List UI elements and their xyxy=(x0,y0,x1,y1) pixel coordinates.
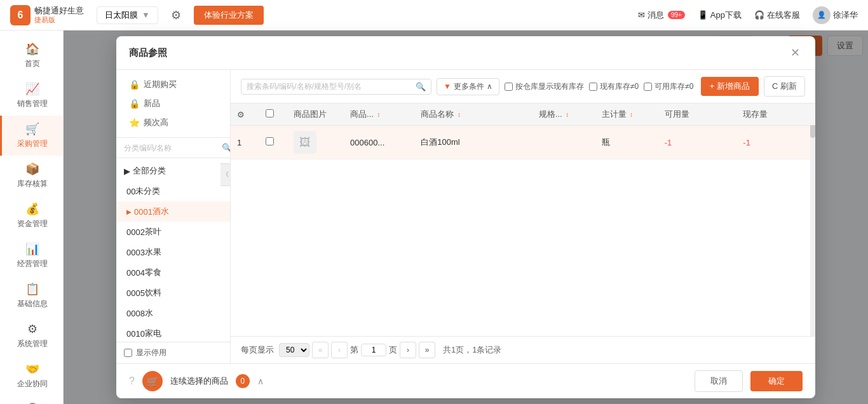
new-products[interactable]: 🔒 新品 xyxy=(124,94,222,113)
cat-item-water[interactable]: 0008 水 xyxy=(116,303,230,323)
user-menu[interactable]: 👤 徐泽华 xyxy=(813,6,858,24)
select-all-checkbox[interactable] xyxy=(266,109,274,118)
table-row[interactable]: 1 🖼 000600... 白酒100ml 瓶 xyxy=(231,126,815,159)
first-page-button[interactable]: « xyxy=(312,342,329,358)
col-checkbox[interactable] xyxy=(259,104,288,126)
stock-filter[interactable]: 现有库存≠0 xyxy=(589,81,639,92)
table-body: 1 🖼 000600... 白酒100ml 瓶 xyxy=(231,126,815,159)
sidebar-item-collab[interactable]: 🤝 企业协同 xyxy=(0,356,63,396)
last-page-button[interactable]: » xyxy=(419,342,435,358)
cat-item-appliances[interactable]: 0010 家电 xyxy=(116,323,230,342)
row-select-checkbox[interactable] xyxy=(266,137,274,145)
row-checkbox[interactable] xyxy=(259,126,288,159)
row-idx: 1 xyxy=(231,126,259,159)
sidebar-item-inventory[interactable]: 📦 库存核算 xyxy=(0,156,63,196)
category-search-icon[interactable]: 🔍 xyxy=(222,143,231,152)
usable-filter-label: 可用库存≠0 xyxy=(654,81,693,92)
store-selector[interactable]: 日太阳膜 ▼ xyxy=(97,6,158,24)
cat-all[interactable]: ▶ 全部分类 xyxy=(116,161,230,181)
cat-code-snacks: 0004 xyxy=(126,268,145,278)
online-service[interactable]: 🎧 在线客服 xyxy=(754,10,800,21)
modal-close-button[interactable]: ✕ xyxy=(787,45,803,60)
col-settings[interactable]: ⚙ xyxy=(231,104,259,126)
footer-collapse-icon[interactable]: ∧ xyxy=(257,376,264,386)
filter-button[interactable]: ▼ 更多条件 ∧ xyxy=(437,78,499,95)
cat-item-fruit[interactable]: 0003 水果 xyxy=(116,242,230,262)
col-image: 商品图片 xyxy=(287,104,344,126)
category-search-input[interactable] xyxy=(124,144,219,152)
new-label: 新品 xyxy=(144,98,160,109)
usable-checkbox[interactable] xyxy=(644,83,652,91)
cat-item-drinks[interactable]: 0005 饮料 xyxy=(116,283,230,303)
product-lookup-modal: 商品参照 ✕ 🔒 近期购买 🔒 xyxy=(116,36,815,398)
recent-purchase[interactable]: 🔒 近期购买 xyxy=(124,75,222,94)
product-pagination: 每页显示 50 « ‹ 第 1 页 › » 共1页，1条记录 xyxy=(231,336,815,363)
cat-label-spirits: 酒水 xyxy=(153,206,169,217)
col-code[interactable]: 商品... ↕ xyxy=(344,104,414,126)
col-available: 可用量 xyxy=(658,104,737,126)
sidebar-item-finance[interactable]: 💰 资金管理 xyxy=(0,196,63,236)
warehouse-checkbox[interactable] xyxy=(505,83,513,91)
cancel-button[interactable]: 取消 xyxy=(695,370,743,392)
main-layout: 🏠 首页 📈 销售管理 🛒 采购管理 📦 库存核算 💰 资金管理 📊 经营管理 … xyxy=(0,30,868,404)
usable-filter[interactable]: 可用库存≠0 xyxy=(644,81,693,92)
warehouse-filter[interactable]: 按仓库显示现有库存 xyxy=(505,81,584,92)
refresh-button[interactable]: C 刷新 xyxy=(764,76,805,97)
confirm-button[interactable]: 确定 xyxy=(750,371,803,391)
cat-item-snacks[interactable]: 0004 零食 xyxy=(116,262,230,283)
col-spec[interactable]: 规格... ↕ xyxy=(532,104,595,126)
category-search: 🔍 xyxy=(116,138,230,158)
per-page-select[interactable]: 50 xyxy=(279,343,309,357)
sidebar-label-home: 首页 xyxy=(25,58,40,69)
filter-arrow-icon: ∧ xyxy=(487,82,492,91)
col-stock: 现存量 xyxy=(736,104,799,126)
cat-code-water: 0008 xyxy=(126,309,145,318)
message-icon[interactable]: ✉ 消息 99 xyxy=(638,10,685,21)
add-product-button[interactable]: + 新增商品 xyxy=(701,77,759,96)
nav-right: ✉ 消息 99 📱 App下载 🎧 在线客服 👤 徐泽华 xyxy=(638,6,858,24)
sidebar-item-basic-info[interactable]: 📋 基础信息 xyxy=(0,276,63,316)
sidebar-item-sales[interactable]: 📈 销售管理 xyxy=(0,76,63,116)
high-freq[interactable]: ⭐ 频次高 xyxy=(124,113,222,132)
stock-checkbox[interactable] xyxy=(589,83,597,91)
sidebar-label-inventory: 库存核算 xyxy=(17,178,48,189)
cat-item-tea[interactable]: 0002 茶叶 xyxy=(116,222,230,242)
search-icon[interactable]: 🔍 xyxy=(416,82,426,91)
sort-code-icon: ↕ xyxy=(377,111,381,118)
col-unit[interactable]: 主计量 ↕ xyxy=(595,104,658,126)
sidebar-item-home[interactable]: 🏠 首页 xyxy=(0,36,63,76)
next-page-button[interactable]: › xyxy=(400,342,416,358)
new-icon: 🔒 xyxy=(129,98,140,109)
product-panel: 🔍 ▼ 更多条件 ∧ 按仓库显示现有库存 xyxy=(231,70,815,363)
sidebar: 🏠 首页 📈 销售管理 🛒 采购管理 📦 库存核算 💰 资金管理 📊 经营管理 … xyxy=(0,30,64,404)
cat-label-uncategorized: 未分类 xyxy=(135,185,160,197)
show-disabled-checkbox[interactable] xyxy=(124,349,132,357)
page-total: 共1页，1条记录 xyxy=(443,344,501,356)
sidebar-item-guide[interactable]: 🎯 新手引导 xyxy=(0,396,63,404)
table-scrollbar[interactable] xyxy=(810,104,815,336)
product-search-input[interactable] xyxy=(247,82,413,91)
col-spec-label: 规格... xyxy=(539,109,562,119)
logo-text: 畅捷通好生意 捷易版 xyxy=(34,6,84,24)
settings-icon[interactable]: ⚙ xyxy=(166,5,186,25)
sidebar-item-operations[interactable]: 📊 经营管理 xyxy=(0,236,63,276)
panel-collapse-btn[interactable]: 《 xyxy=(220,163,231,186)
trial-button[interactable]: 体验行业方案 xyxy=(194,6,264,25)
prev-page-button[interactable]: ‹ xyxy=(331,342,348,358)
sidebar-item-purchase[interactable]: 🛒 采购管理 xyxy=(0,116,63,156)
help-icon[interactable]: ? xyxy=(129,375,135,387)
cart-icon[interactable]: 🛒 xyxy=(142,371,163,391)
cat-item-uncategorized[interactable]: 00 未分类 xyxy=(116,181,230,201)
product-table-wrap: ⚙ 商品图片 商品... ↕ 商品名称 xyxy=(231,104,815,336)
page-label-di: 第 xyxy=(350,344,358,356)
sidebar-item-system[interactable]: ⚙ 系统管理 xyxy=(0,316,63,356)
home-icon: 🏠 xyxy=(25,42,39,56)
col-scroll xyxy=(799,104,815,126)
cat-all-arrow: ▶ xyxy=(124,166,130,176)
app-download[interactable]: 📱 App下载 xyxy=(698,10,742,21)
sidebar-label-sales: 销售管理 xyxy=(17,98,48,109)
cat-item-spirits[interactable]: ▶ 0001 酒水 xyxy=(116,201,230,222)
page-number-input[interactable]: 1 xyxy=(361,344,386,356)
col-name[interactable]: 商品名称 ↕ xyxy=(414,104,532,126)
top-nav: 6 畅捷通好生意 捷易版 日太阳膜 ▼ ⚙ 体验行业方案 ✉ 消息 99 📱 A… xyxy=(0,0,868,30)
